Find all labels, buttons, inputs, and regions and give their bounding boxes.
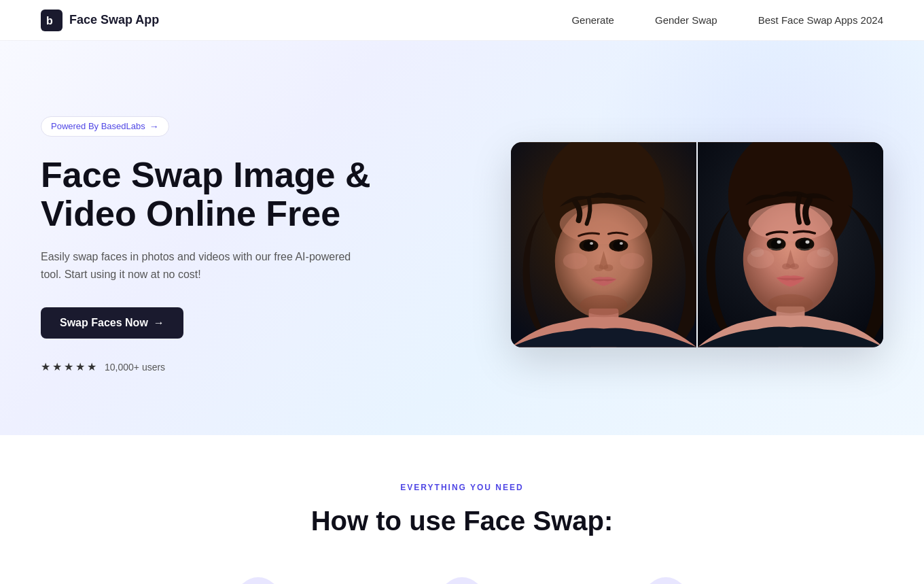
svg-point-30 xyxy=(790,263,799,269)
star-4: ★ xyxy=(75,360,85,373)
svg-point-29 xyxy=(782,263,791,269)
stars-area: ★ ★ ★ ★ ★ 10,000+ users xyxy=(41,360,421,373)
svg-text:b: b xyxy=(46,15,53,27)
star-1: ★ xyxy=(41,360,50,373)
star-3: ★ xyxy=(64,360,73,373)
hero-subtitle: Easily swap faces in photos and videos w… xyxy=(41,248,367,283)
hero-content: Powered By BasedLabs → Face Swap Image &… xyxy=(41,116,421,374)
main-nav: Generate Gender Swap Best Face Swap Apps… xyxy=(571,14,883,26)
face-panel-left xyxy=(511,142,696,347)
nav-gender-swap[interactable]: Gender Swap xyxy=(655,14,717,26)
logo-text: Face Swap App xyxy=(69,13,159,27)
svg-point-33 xyxy=(751,247,764,257)
nav-best-apps[interactable]: Best Face Swap Apps 2024 xyxy=(758,14,883,26)
svg-point-11 xyxy=(590,242,593,245)
steps-row: 1. Upload Photo 2. Swap Faces 3. Downloa… xyxy=(41,577,883,584)
step-circle-3: 3. xyxy=(644,577,688,584)
features-section: EVERYTHING YOU NEED How to use Face Swap… xyxy=(0,435,924,584)
svg-point-9 xyxy=(584,241,594,250)
svg-point-14 xyxy=(604,264,614,271)
svg-point-28 xyxy=(805,241,809,244)
nav-generate[interactable]: Generate xyxy=(571,14,614,26)
cta-arrow-icon: → xyxy=(154,317,164,329)
star-2: ★ xyxy=(52,360,62,373)
comparison-divider xyxy=(696,142,698,347)
svg-point-15 xyxy=(563,253,588,269)
cta-label: Swap Faces Now xyxy=(60,317,148,329)
step-item-2: 2. Swap Faces xyxy=(387,577,537,584)
header: b Face Swap App Generate Gender Swap Bes… xyxy=(0,0,924,41)
swap-faces-button[interactable]: Swap Faces Now → xyxy=(41,307,183,339)
face-panel-right xyxy=(698,142,883,347)
svg-point-22 xyxy=(749,203,833,241)
svg-point-17 xyxy=(580,295,628,315)
hero-title-line2: Video Online Free xyxy=(41,194,340,233)
hero-title: Face Swap Image & Video Online Free xyxy=(41,156,421,233)
powered-badge[interactable]: Powered By BasedLabs → xyxy=(41,116,169,137)
logo-area[interactable]: b Face Swap App xyxy=(41,10,159,31)
svg-point-27 xyxy=(777,241,781,244)
step-circle-1: 1. xyxy=(236,577,280,584)
hero-section: Powered By BasedLabs → Face Swap Image &… xyxy=(0,41,924,435)
svg-point-34 xyxy=(817,247,830,257)
svg-point-6 xyxy=(560,203,648,244)
svg-point-10 xyxy=(613,241,624,250)
svg-point-12 xyxy=(620,242,623,245)
powered-badge-text: Powered By BasedLabs xyxy=(51,121,145,131)
step-circle-2: 2. xyxy=(440,577,484,584)
step-item-3: 3. Download xyxy=(591,577,741,584)
svg-point-16 xyxy=(620,253,644,269)
step-item-1: 1. Upload Photo xyxy=(183,577,333,584)
section-title: How to use Face Swap: xyxy=(41,506,883,536)
section-eyebrow: EVERYTHING YOU NEED xyxy=(41,483,883,492)
svg-point-35 xyxy=(768,294,813,313)
svg-point-13 xyxy=(594,264,604,271)
star-5: ★ xyxy=(87,360,96,373)
star-rating: ★ ★ ★ ★ ★ xyxy=(41,360,96,373)
badge-arrow: → xyxy=(149,121,159,132)
users-count: 10,000+ users xyxy=(105,362,165,373)
hero-image-container xyxy=(421,142,883,347)
logo-icon: b xyxy=(41,10,63,31)
face-comparison xyxy=(511,142,883,347)
hero-title-line1: Face Swap Image & xyxy=(41,155,371,194)
